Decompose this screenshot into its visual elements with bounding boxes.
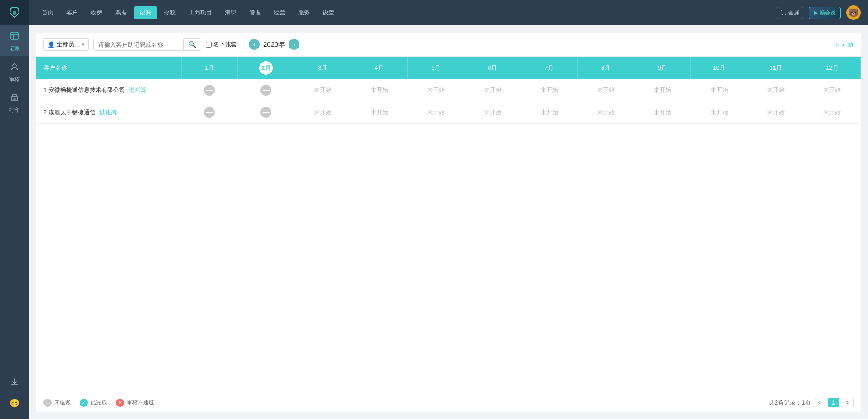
table-footer: — 未建账 ✓ 已完成 ✕ 审核不通过 共2条记录，1页 < 1 >	[36, 393, 861, 412]
client-index: 1 安徽畅捷通信息技术有限公司	[43, 87, 125, 93]
status-not-started: 未开始	[314, 87, 332, 93]
toolbar: 👤 全部员工 ▾ 🔍 名下账套 ‹ 2023年 ›	[36, 33, 861, 57]
chevron-down-icon: ▾	[82, 42, 85, 48]
nav-home[interactable]: 首页	[36, 6, 59, 19]
svg-rect-5	[13, 98, 16, 100]
month-cell-10: 未开始	[691, 101, 747, 124]
status-not-started: 未开始	[371, 87, 388, 93]
col-mar: 3月	[294, 57, 351, 79]
nav-message[interactable]: 消息	[219, 6, 242, 19]
sidebar-item-audit[interactable]: 审核	[0, 56, 29, 87]
nav-operation[interactable]: 经营	[268, 6, 291, 19]
employee-icon: 👤	[48, 41, 55, 48]
month-cell-11: 未开始	[747, 101, 804, 124]
client-index: 2 漠澳太平畅捷通信	[43, 109, 96, 116]
year-display: 2023年	[263, 40, 285, 49]
legend-rejected: ✕ 审核不通过	[116, 399, 154, 407]
month-cell-10: 未开始	[691, 79, 747, 101]
sidebar-item-print-label: 打印	[9, 106, 20, 114]
month-cell-7: 未开始	[521, 101, 578, 124]
month-cell-11: 未开始	[747, 79, 804, 101]
audit-icon	[10, 62, 19, 74]
nav-tax[interactable]: 报税	[159, 6, 181, 19]
nav-charge[interactable]: 收费	[85, 6, 108, 19]
sidebar-item-accounting[interactable]: 记账	[0, 25, 29, 56]
user-avatar[interactable]: 🐻	[846, 5, 861, 20]
accounts-table: 客户名称 1月 2月 3月 4月 5月 6月 7月 8月 9月 10月 11月	[36, 57, 861, 124]
month-cell-3: 未开始	[294, 79, 351, 101]
col-may: 5月	[408, 57, 464, 79]
status-not-started: 未开始	[427, 109, 445, 116]
fullscreen-button[interactable]: ⛶ 全屏	[777, 7, 803, 19]
status-not-started: 未开始	[654, 109, 671, 116]
nav-accounting[interactable]: 记账	[134, 6, 157, 19]
month-cell-8: 未开始	[578, 101, 634, 124]
table-wrap: 客户名称 1月 2月 3月 4月 5月 6月 7月 8月 9月 10月 11月	[36, 57, 861, 393]
sidebar-item-print[interactable]: 打印	[0, 87, 29, 118]
rejected-icon: ✕	[116, 399, 124, 407]
status-not-started: 未开始	[597, 109, 615, 116]
current-page-button[interactable]: 1	[828, 398, 839, 407]
sidebar-item-audit-label: 审核	[9, 76, 20, 83]
main-wrapper: 首页 客户 收费 票据 记账 报税 工商项目 消息 管理 经营 服务 设置 ⛶ …	[29, 0, 868, 419]
employee-select[interactable]: 👤 全部员工 ▾	[43, 38, 89, 51]
client-name-cell: 2 漠澳太平畅捷通信进账簿	[36, 101, 181, 124]
col-feb: 2月	[238, 57, 294, 79]
table-header-row: 客户名称 1月 2月 3月 4月 5月 6月 7月 8月 9月 10月 11月	[36, 57, 861, 79]
next-year-button[interactable]: ›	[289, 39, 299, 50]
status-not-started: 未开始	[484, 87, 502, 93]
status-not-started: 未开始	[371, 109, 388, 116]
nav-settings[interactable]: 设置	[317, 6, 340, 19]
month-cell-5: 未开始	[408, 79, 464, 101]
sidebar: 记账 审核 打印	[0, 0, 29, 419]
main-panel: 👤 全部员工 ▾ 🔍 名下账套 ‹ 2023年 ›	[36, 33, 861, 412]
fullscreen-icon: ⛶	[781, 10, 786, 16]
month-cell-9: 未开始	[634, 79, 691, 101]
topnav-right: ⛶ 全屏 ▶ 畅会员 🐻	[777, 5, 861, 20]
sidebar-bottom: 😊	[0, 371, 29, 419]
nav-service[interactable]: 服务	[293, 6, 315, 19]
completed-icon: ✓	[80, 399, 88, 407]
col-oct: 10月	[691, 57, 747, 79]
not-created-icon: —	[43, 399, 52, 407]
checkbox-label[interactable]: 名下账套	[206, 40, 237, 48]
month-cell-9: 未开始	[634, 101, 691, 124]
my-accounts-checkbox[interactable]	[206, 42, 212, 48]
legend-not-created: — 未建账	[43, 399, 71, 407]
nav-business[interactable]: 工商项目	[183, 6, 217, 19]
month-cell-3: 未开始	[294, 101, 351, 124]
refresh-button[interactable]: ↻ 刷新	[835, 40, 854, 48]
nav-manage[interactable]: 管理	[244, 6, 266, 19]
status-not-started: 未开始	[540, 87, 558, 93]
next-page-button[interactable]: >	[842, 398, 854, 407]
month-cell-8: 未开始	[578, 79, 634, 101]
month-cell-6: 未开始	[464, 101, 521, 124]
legend-completed: ✓ 已完成	[80, 399, 107, 407]
sidebar-item-download[interactable]	[0, 371, 29, 393]
top-navigation: 首页 客户 收费 票据 记账 报税 工商项目 消息 管理 经营 服务 设置 ⛶ …	[29, 0, 868, 25]
month-cell-2: —	[238, 79, 294, 101]
month-cell-1: —	[181, 101, 238, 124]
search-area: 🔍	[93, 38, 201, 51]
enter-ledger-link[interactable]: 进账簿	[129, 87, 146, 93]
status-not-started: 未开始	[767, 87, 785, 93]
client-name-cell: 1 安徽畅捷通信息技术有限公司进账簿	[36, 79, 181, 101]
help-icon: 😊	[10, 398, 19, 408]
month-cell-1: —	[181, 79, 238, 101]
search-input[interactable]	[93, 39, 184, 51]
nav-invoice[interactable]: 票据	[110, 6, 132, 19]
vip-button[interactable]: ▶ 畅会员	[809, 7, 841, 19]
prev-page-button[interactable]: <	[814, 398, 825, 407]
app-logo	[0, 0, 29, 25]
nav-client[interactable]: 客户	[61, 6, 83, 19]
search-button[interactable]: 🔍	[184, 38, 201, 51]
status-not-started: 未开始	[484, 109, 502, 116]
col-dec: 12月	[804, 57, 860, 79]
month-cell-6: 未开始	[464, 79, 521, 101]
status-not-started: 未开始	[767, 109, 785, 116]
sidebar-item-help[interactable]: 😊	[0, 393, 29, 412]
table-row: 2 漠澳太平畅捷通信进账簿——未开始未开始未开始未开始未开始未开始未开始未开始未…	[36, 101, 861, 124]
prev-year-button[interactable]: ‹	[249, 39, 260, 50]
enter-ledger-link[interactable]: 进账簿	[99, 109, 117, 116]
status-not-created: —	[204, 85, 215, 96]
